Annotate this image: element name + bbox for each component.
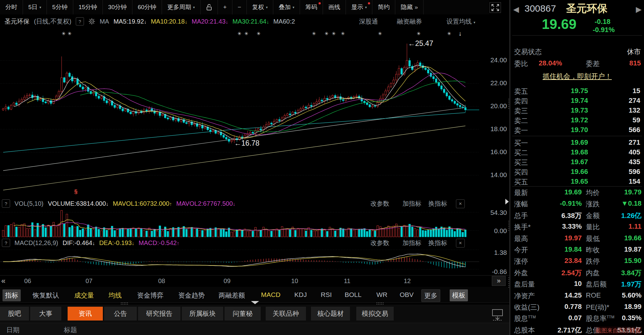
announcement-icon[interactable]: ✳ — [62, 31, 66, 36]
toolbar-button-显示[interactable]: 显示▾ — [346, 0, 373, 14]
bid-row[interactable]: 买二19.68405 — [510, 148, 644, 158]
indicator-tab-模板[interactable]: 模板 — [450, 289, 468, 301]
next-stock-icon[interactable]: ▶ — [636, 5, 641, 14]
indicator-tab-更多[interactable]: 更多 — [421, 289, 440, 302]
toolbar-button-简约[interactable]: 简约 — [372, 0, 395, 14]
ask-row[interactable]: 卖五19.7515 — [510, 87, 644, 97]
level-price[interactable]: 19.70 — [571, 126, 588, 134]
tab-问董秘[interactable]: 问董秘 — [225, 307, 261, 321]
announcement-icon[interactable]: ✳ — [417, 31, 421, 36]
down-arrow-icon[interactable]: ↓ — [458, 30, 462, 37]
candlestick-chart[interactable] — [0, 28, 509, 198]
indicator-tab-OBV[interactable]: OBV — [397, 289, 416, 300]
tab-公告[interactable]: 公告 — [104, 307, 137, 321]
toolbar-button-30分钟[interactable]: 30分钟 — [103, 0, 132, 14]
gear-icon[interactable] — [88, 18, 95, 25]
indicator-tab-成交量[interactable]: 成交量 — [72, 289, 97, 301]
announcement-icon[interactable]: ✳ — [237, 31, 242, 36]
indicator-tab-均线[interactable]: 均线 — [106, 289, 124, 301]
ask-row[interactable]: 卖二19.7259 — [510, 116, 644, 126]
tab-核心题材[interactable]: 核心题材 — [311, 307, 350, 321]
tab-资讯[interactable]: 资讯 — [68, 307, 103, 321]
indicator-tab-指标[interactable]: 指标 — [3, 289, 21, 301]
bid-row[interactable]: 买四19.66596 — [510, 168, 644, 177]
bid-row[interactable]: 买五19.65154 — [510, 177, 644, 187]
export-icon[interactable] — [491, 308, 504, 321]
level-price[interactable]: 19.72 — [571, 116, 588, 124]
toolbar-button-5分钟[interactable]: 5分钟 — [47, 0, 73, 14]
ask-row[interactable]: 卖四19.74274 — [510, 97, 644, 106]
indicator-tab-KDJ[interactable]: KDJ — [292, 289, 309, 300]
toolbar-button-−[interactable]: − — [232, 0, 247, 14]
ask-row[interactable]: 卖三19.73132 — [510, 106, 644, 116]
panel-control-0[interactable]: 改参数 — [370, 237, 389, 248]
announcement-icon[interactable]: ✳ — [312, 31, 316, 36]
level-price[interactable]: 19.65 — [571, 177, 588, 186]
level-price[interactable]: 19.73 — [571, 106, 588, 114]
toolbar-button-+[interactable]: + — [218, 0, 232, 14]
drag-grip[interactable] — [120, 302, 129, 304]
help-icon[interactable]: ? — [2, 239, 10, 247]
announcement-icon[interactable]: ✳ — [244, 31, 248, 36]
level-price[interactable]: 19.74 — [571, 97, 588, 105]
indicator-tab-WR[interactable]: WR — [374, 289, 390, 300]
toolbar-button-筹码[interactable]: 筹码 — [300, 0, 323, 14]
indicator-tab-MACD[interactable]: MACD — [258, 289, 283, 300]
lock-icon[interactable] — [201, 0, 218, 14]
indicator-tab-恢复默认[interactable]: 恢复默认 — [30, 289, 62, 301]
toolbar-button-隐藏[interactable]: 隐藏» — [395, 0, 424, 14]
panel-control-2[interactable]: 换指标 — [428, 237, 447, 248]
indicator-tab-两融差额[interactable]: 两融差额 — [216, 289, 247, 301]
announcement-icon[interactable]: ✳ — [332, 31, 336, 36]
level-price[interactable]: 19.69 — [571, 138, 588, 147]
help-icon[interactable]: ? — [2, 199, 10, 208]
scroll-right-icon[interactable]: » — [492, 276, 506, 286]
indicator-tab-RSI[interactable]: RSI — [318, 289, 334, 300]
bid-row[interactable]: 买三19.67435 — [510, 158, 644, 168]
announcement-icon[interactable]: ✳ — [341, 31, 345, 36]
panel-control-1[interactable]: 加指标 — [402, 198, 421, 209]
panel-control-0[interactable]: 改参数 — [370, 198, 389, 209]
announcement-icon[interactable]: ✳ — [325, 31, 329, 36]
level-price[interactable]: 19.67 — [571, 158, 588, 166]
help-icon[interactable]: ? — [76, 17, 84, 25]
indicator-tab-资金博弈[interactable]: 资金博弈 — [135, 289, 166, 301]
open-account-link[interactable]: 抓住机会，即刻开户！ — [510, 72, 644, 81]
level-price[interactable]: 19.75 — [571, 87, 588, 95]
bid-row[interactable]: 买一19.69271 — [510, 138, 644, 148]
level-price[interactable]: 19.66 — [571, 168, 588, 176]
toolbar-button-60分钟[interactable]: 60分钟 — [132, 0, 162, 14]
toolbar-button-复权[interactable]: 复权▾ — [247, 0, 274, 14]
announcement-icon[interactable]: ✳ — [257, 31, 261, 36]
panel-expand-icon[interactable] — [505, 199, 509, 204]
scroll-left-icon[interactable]: « — [1, 276, 5, 285]
toolbar-button-5日[interactable]: 5日▾ — [23, 0, 47, 14]
macd-chart[interactable] — [0, 248, 509, 275]
drag-grip[interactable] — [376, 302, 384, 304]
panel-control-1[interactable]: 加指标 — [402, 237, 421, 248]
indicator-tab-BOLL[interactable]: BOLL — [342, 289, 364, 300]
panel-control-2[interactable]: 换指标 — [428, 198, 447, 209]
toolbar-button-分时[interactable]: 分时 — [0, 0, 23, 14]
ma-settings-button[interactable]: 设置均线▾ — [447, 17, 475, 26]
indicator-tab-资金趋势[interactable]: 资金趋势 — [176, 289, 207, 301]
toolbar-button-更多周期[interactable]: 更多周期▾ — [162, 0, 201, 14]
tab-所属板块[interactable]: 所属板块 — [182, 307, 223, 321]
tab-股吧[interactable]: 股吧 — [0, 307, 29, 321]
fullscreen-icon[interactable] — [489, 2, 501, 13]
announcement-icon[interactable]: ✳ — [447, 31, 451, 36]
close-icon[interactable]: × — [456, 199, 465, 208]
level-price[interactable]: 19.68 — [571, 148, 588, 156]
tab-关联品种[interactable]: 关联品种 — [266, 307, 306, 321]
toolbar-button-画线[interactable]: 画线 — [323, 0, 346, 14]
collapse-handle-icon[interactable] — [251, 301, 259, 304]
link-margin-trading[interactable]: 融资融券 — [397, 17, 422, 26]
tab-大事[interactable]: 大事 — [30, 307, 61, 321]
announcement-icon[interactable]: ✳ — [68, 31, 72, 36]
prev-stock-icon[interactable]: ◀ — [513, 5, 519, 14]
tab-研究报告[interactable]: 研究报告 — [138, 307, 180, 321]
toolbar-button-叠加[interactable]: 叠加▾ — [273, 0, 300, 14]
announcement-icon[interactable]: ✳ — [378, 31, 382, 36]
volume-chart[interactable] — [0, 209, 509, 237]
toolbar-button-15分钟[interactable]: 15分钟 — [73, 0, 103, 14]
